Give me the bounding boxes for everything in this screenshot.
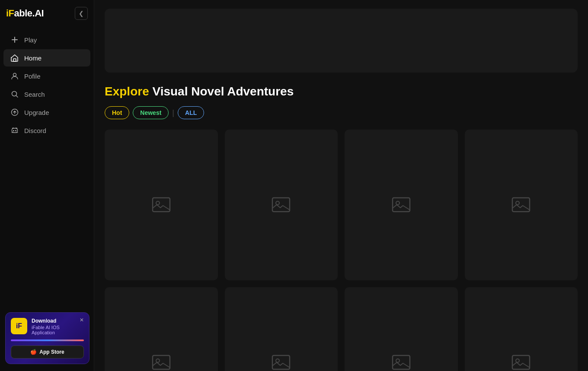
filter-tab-all[interactable]: ALL: [178, 106, 204, 119]
banner-text: Download iFable AI IOS Application: [32, 318, 84, 335]
svg-point-10: [276, 201, 279, 205]
banner-app-name: iFable AI IOS Application: [32, 325, 84, 335]
novel-card-8[interactable]: [465, 287, 578, 371]
sidebar-item-discord[interactable]: Discord: [3, 122, 90, 139]
app-store-button[interactable]: 🍎 App Store: [11, 346, 84, 358]
svg-rect-7: [153, 198, 170, 212]
svg-point-14: [516, 201, 519, 205]
search-icon: [10, 90, 19, 98]
sidebar-item-search-label: Search: [24, 91, 45, 98]
banner-gradient-bar: [11, 339, 84, 341]
svg-rect-17: [272, 355, 290, 369]
svg-rect-0: [13, 59, 16, 61]
svg-point-12: [396, 201, 399, 205]
svg-rect-4: [12, 128, 18, 133]
filter-tabs: Hot Newest | ALL: [105, 106, 578, 119]
upgrade-icon: [10, 108, 19, 117]
svg-point-6: [15, 130, 16, 131]
filter-divider: |: [172, 108, 174, 117]
logo-rest: able.AI: [14, 8, 44, 19]
sidebar-item-profile-label: Pofile: [24, 73, 41, 80]
svg-rect-11: [393, 198, 410, 212]
banner-close-button[interactable]: ✕: [78, 316, 86, 324]
sidebar-item-profile[interactable]: Pofile: [3, 67, 90, 85]
banner-top: iF Download iFable AI IOS Application: [11, 318, 84, 335]
plus-icon: [10, 35, 19, 44]
svg-rect-15: [153, 355, 170, 369]
svg-point-2: [12, 92, 17, 96]
sidebar-item-upgrade-label: Upgrade: [24, 109, 49, 116]
novel-card-3[interactable]: [345, 130, 458, 280]
svg-point-1: [13, 73, 16, 76]
novel-card-5[interactable]: [105, 287, 218, 371]
home-icon: [10, 54, 19, 62]
app-store-label: App Store: [39, 349, 64, 355]
banner-logo: iF: [11, 318, 27, 334]
discord-icon: [10, 126, 19, 135]
novel-grid: [105, 130, 578, 371]
novel-card-1[interactable]: [105, 130, 218, 280]
section-title-highlight: Explore: [105, 85, 149, 98]
main-content: Explore Visual Novel Adventures Hot Newe…: [94, 0, 588, 371]
filter-tab-hot[interactable]: Hot: [105, 106, 129, 119]
svg-rect-21: [512, 355, 530, 369]
apple-icon: 🍎: [30, 349, 37, 355]
sidebar-item-play[interactable]: Play: [3, 31, 90, 48]
svg-point-22: [516, 359, 519, 362]
svg-point-8: [156, 201, 160, 205]
app-store-banner: ✕ iF Download iFable AI IOS Application …: [5, 312, 89, 364]
logo: iFable.AI: [6, 8, 44, 19]
section-title: Explore Visual Novel Adventures: [105, 85, 578, 98]
hero-banner: [105, 9, 578, 73]
sidebar-item-discord-label: Discord: [24, 127, 46, 134]
logo-if: iF: [6, 8, 14, 19]
person-icon: [10, 72, 19, 80]
filter-tab-newest[interactable]: Newest: [133, 106, 169, 119]
svg-point-20: [396, 359, 399, 362]
sidebar-item-play-label: Play: [24, 36, 37, 44]
sidebar-item-home-label: Home: [24, 54, 42, 62]
novel-card-7[interactable]: [345, 287, 458, 371]
section-title-rest: Visual Novel Adventures: [149, 85, 294, 98]
sidebar-item-home[interactable]: Home: [3, 49, 90, 67]
novel-card-6[interactable]: [225, 287, 338, 371]
sidebar-header: iFable.AI ❮: [0, 0, 94, 27]
svg-rect-13: [512, 198, 530, 212]
svg-point-16: [156, 359, 160, 362]
svg-rect-19: [393, 355, 410, 369]
sidebar-item-upgrade[interactable]: Upgrade: [3, 104, 90, 121]
sidebar-item-search[interactable]: Search: [3, 86, 90, 103]
novel-card-2[interactable]: [225, 130, 338, 280]
novel-card-4[interactable]: [465, 130, 578, 280]
sidebar: iFable.AI ❮ Play Home: [0, 0, 94, 371]
svg-point-5: [13, 130, 14, 131]
collapse-sidebar-button[interactable]: ❮: [75, 7, 88, 20]
svg-rect-9: [272, 198, 290, 212]
banner-download-label: Download: [32, 318, 84, 324]
svg-point-18: [276, 359, 279, 362]
